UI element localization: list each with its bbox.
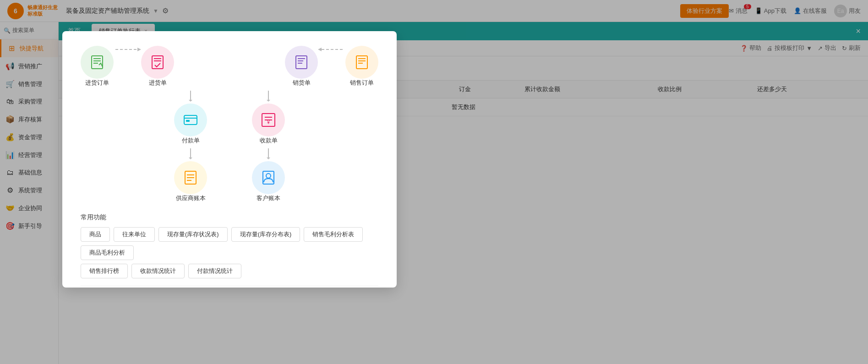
overlay[interactable]: 进货订单 进货单 (0, 0, 868, 364)
common-btn-counterpart[interactable]: 往来单位 (114, 227, 155, 242)
svg-marker-27 (267, 100, 270, 102)
flow-label-sales-order: 销售订单 (350, 79, 374, 87)
common-btn-product-gross[interactable]: 商品毛利分析 (81, 245, 134, 260)
flow-label-supplier-ledger: 供应商账本 (176, 194, 206, 202)
flow-col-receipt: ¥ 收款单 (241, 91, 296, 145)
flow-circle-sales-invoice[interactable] (285, 46, 318, 79)
flow-label-sales-invoice: 销货单 (293, 79, 311, 87)
common-section: 常用功能 商品 往来单位 现存量(库存状况表) 现存量(库存分布表) 销售毛利分… (81, 213, 378, 278)
flow-circle-purchase-invoice[interactable] (141, 46, 174, 79)
flow-circle-payment[interactable] (174, 103, 207, 136)
common-btn-receipt-stats[interactable]: 收款情况统计 (131, 264, 185, 278)
flow-col-purchase-invoice: 进货单 (141, 46, 174, 87)
flow-col-supplier-ledger: 供应商账本 (163, 148, 218, 202)
flow-circle-sales-order[interactable] (345, 46, 378, 79)
svg-text:¥: ¥ (267, 120, 270, 125)
flow-circle-customer-ledger[interactable] (252, 161, 285, 194)
svg-rect-25 (186, 120, 190, 122)
common-btn-product[interactable]: 商品 (81, 227, 110, 242)
flow-label-receipt: 收款单 (260, 136, 278, 145)
flow-label-purchase-order: 进货订单 (85, 79, 109, 87)
flow-circle-receipt[interactable]: ¥ (252, 103, 285, 136)
svg-rect-2 (92, 56, 103, 69)
svg-marker-22 (189, 100, 192, 102)
flow-col-payment: 付款单 (163, 91, 218, 145)
svg-point-41 (266, 174, 271, 178)
svg-rect-17 (356, 56, 367, 69)
common-btn-sales-rank[interactable]: 销售排行榜 (81, 264, 128, 278)
common-btn-sales-gross[interactable]: 销售毛利分析表 (304, 227, 363, 242)
svg-marker-33 (189, 158, 192, 159)
common-functions-title: 常用功能 (81, 213, 378, 222)
flow-section: 进货订单 进货单 (81, 46, 378, 202)
scroll-bar-area: ◀ ▶ (81, 286, 378, 288)
flow-label-purchase-invoice: 进货单 (149, 79, 167, 87)
flow-col-sales-invoice: 销货单 (285, 46, 318, 87)
svg-marker-39 (267, 158, 270, 159)
svg-rect-8 (152, 56, 163, 69)
flow-label-customer-ledger: 客户账本 (257, 194, 280, 202)
common-buttons-row2: 销售排行榜 收款情况统计 付款情况统计 (81, 264, 378, 278)
svg-marker-16 (318, 48, 322, 51)
common-buttons-row1: 商品 往来单位 现存量(库存状况表) 现存量(库存分布表) 销售毛利分析表 商品… (81, 227, 378, 260)
svg-rect-11 (296, 56, 307, 69)
svg-rect-23 (184, 115, 197, 125)
flow-col-customer-ledger: 客户账本 (241, 148, 296, 202)
svg-marker-7 (137, 48, 141, 51)
flow-col-purchase-order: 进货订单 (81, 46, 114, 87)
flow-label-payment: 付款单 (182, 136, 200, 145)
common-btn-stock-dist[interactable]: 现存量(库存分布表) (231, 227, 300, 242)
common-btn-payment-stats[interactable]: 付款情况统计 (188, 264, 241, 278)
flow-circle-supplier-ledger[interactable] (174, 161, 207, 194)
common-btn-stock-status[interactable]: 现存量(库存状况表) (158, 227, 228, 242)
modal: 进货订单 进货单 (62, 31, 397, 288)
flow-col-sales-order: 销售订单 (345, 46, 378, 87)
flow-circle-purchase-order[interactable] (81, 46, 114, 79)
